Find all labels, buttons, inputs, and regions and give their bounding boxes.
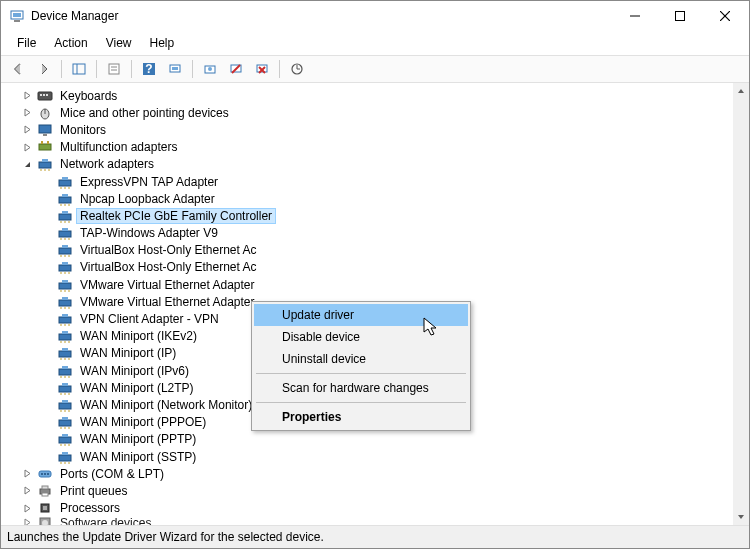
- tree-device[interactable]: VMware Virtual Ethernet Adapter: [1, 276, 733, 293]
- svg-rect-30: [43, 134, 47, 136]
- svg-rect-115: [62, 434, 68, 437]
- multifunc-icon: [37, 139, 53, 155]
- svg-rect-99: [59, 386, 71, 392]
- tree-device[interactable]: ExpressVPN TAP Adapter: [1, 173, 733, 190]
- tree-category-label: Print queues: [57, 484, 130, 498]
- tree-device[interactable]: Npcap Loopback Adapter: [1, 190, 733, 207]
- expand-toggle-icon[interactable]: [23, 143, 35, 152]
- svg-rect-54: [59, 231, 71, 237]
- expand-toggle-icon[interactable]: [23, 504, 35, 513]
- menu-view[interactable]: View: [98, 33, 140, 53]
- tree-device[interactable]: TAP-Windows Adapter V9: [1, 225, 733, 242]
- menubar[interactable]: File Action View Help: [1, 31, 749, 55]
- window-title: Device Manager: [31, 9, 118, 23]
- menu-action[interactable]: Action: [46, 33, 95, 53]
- ctx-scan-hardware[interactable]: Scan for hardware changes: [254, 377, 468, 399]
- tree-device-label: VMware Virtual Ethernet Adapter: [77, 295, 258, 309]
- svg-rect-119: [59, 455, 71, 461]
- tree-device-label: Realtek PCIe GbE Family Controller: [77, 209, 275, 223]
- expand-toggle-icon[interactable]: [23, 469, 35, 478]
- vertical-scrollbar[interactable]: [733, 83, 749, 525]
- tree-device-label: WAN Miniport (Network Monitor): [77, 398, 255, 412]
- tree-category[interactable]: Processors: [1, 500, 733, 517]
- tree-category[interactable]: Ports (COM & LPT): [1, 465, 733, 482]
- ctx-uninstall-device[interactable]: Uninstall device: [254, 348, 468, 370]
- ctx-update-driver[interactable]: Update driver: [254, 304, 468, 326]
- expand-toggle-icon[interactable]: [23, 486, 35, 495]
- close-button[interactable]: [702, 2, 747, 30]
- svg-rect-85: [62, 331, 68, 334]
- tree-device-label: VMware Virtual Ethernet Adapter: [77, 278, 258, 292]
- svg-rect-100: [62, 383, 68, 386]
- ctx-properties[interactable]: Properties: [254, 406, 468, 428]
- menu-help[interactable]: Help: [142, 33, 183, 53]
- expand-toggle-icon[interactable]: [23, 125, 35, 134]
- toolbar-update-button[interactable]: [199, 58, 221, 80]
- port-icon: [37, 466, 53, 482]
- software-icon: [37, 517, 53, 525]
- network-adapter-icon: [57, 208, 73, 224]
- tree-category[interactable]: Monitors: [1, 121, 733, 138]
- svg-rect-129: [42, 486, 48, 489]
- toolbar-uninstall-button[interactable]: [251, 58, 273, 80]
- svg-rect-25: [43, 94, 45, 96]
- svg-rect-29: [39, 125, 51, 133]
- tree-device[interactable]: WAN Miniport (SSTP): [1, 448, 733, 465]
- tree-category-label: Keyboards: [57, 89, 120, 103]
- cpu-icon: [37, 500, 53, 516]
- svg-rect-26: [46, 94, 48, 96]
- toolbar-forward-button[interactable]: [33, 58, 55, 80]
- network-adapter-icon: [57, 363, 73, 379]
- svg-rect-80: [62, 314, 68, 317]
- tree-category[interactable]: Multifunction adapters: [1, 139, 733, 156]
- maximize-button[interactable]: [657, 2, 702, 30]
- toolbar-show-hide-tree-button[interactable]: [68, 58, 90, 80]
- scroll-down-arrow[interactable]: [733, 509, 749, 525]
- tree-device-label: WAN Miniport (IPv6): [77, 364, 192, 378]
- expand-toggle-icon[interactable]: [23, 160, 35, 169]
- svg-rect-60: [62, 245, 68, 248]
- toolbar-help-button[interactable]: ?: [138, 58, 160, 80]
- expand-toggle-icon[interactable]: [23, 108, 35, 117]
- scroll-up-arrow[interactable]: [733, 83, 749, 99]
- toolbar-back-button[interactable]: [7, 58, 29, 80]
- context-menu[interactable]: Update driver Disable device Uninstall d…: [251, 301, 471, 431]
- network-adapter-icon: [57, 345, 73, 361]
- tree-category[interactable]: Network adapters: [1, 156, 733, 173]
- scroll-track[interactable]: [733, 99, 749, 509]
- ctx-disable-device[interactable]: Disable device: [254, 326, 468, 348]
- menu-file[interactable]: File: [9, 33, 44, 53]
- toolbar-disable-button[interactable]: [225, 58, 247, 80]
- titlebar[interactable]: Device Manager: [1, 1, 749, 31]
- svg-rect-105: [62, 400, 68, 403]
- tree-device-label: WAN Miniport (IKEv2): [77, 329, 200, 343]
- tree-category[interactable]: Keyboards: [1, 87, 733, 104]
- svg-rect-34: [39, 162, 51, 168]
- tree-device[interactable]: VirtualBox Host-Only Ethernet Ac: [1, 259, 733, 276]
- tree-device[interactable]: VirtualBox Host-Only Ethernet Ac: [1, 242, 733, 259]
- minimize-button[interactable]: [612, 2, 657, 30]
- expand-toggle-icon[interactable]: [23, 518, 35, 525]
- toolbar-separator: [192, 60, 193, 78]
- tree-device-label: WAN Miniport (SSTP): [77, 450, 199, 464]
- toolbar-scan-button[interactable]: [164, 58, 186, 80]
- toolbar-properties-button[interactable]: [103, 58, 125, 80]
- expand-toggle-icon[interactable]: [23, 91, 35, 100]
- tree-category-label: Mice and other pointing devices: [57, 106, 232, 120]
- tree-device[interactable]: Realtek PCIe GbE Family Controller: [1, 207, 733, 224]
- svg-rect-110: [62, 417, 68, 420]
- tree-category-label: Multifunction adapters: [57, 140, 180, 154]
- svg-rect-2: [14, 20, 20, 22]
- tree-category[interactable]: Mice and other pointing devices: [1, 104, 733, 121]
- mouse-icon: [37, 105, 53, 121]
- tree-device-label: ExpressVPN TAP Adapter: [77, 175, 221, 189]
- tree-category[interactable]: Print queues: [1, 482, 733, 499]
- svg-rect-44: [59, 197, 71, 203]
- tree-category[interactable]: Software devices: [1, 517, 733, 525]
- tree-device-label: Npcap Loopback Adapter: [77, 192, 218, 206]
- tree-device-label: WAN Miniport (L2TP): [77, 381, 197, 395]
- svg-rect-114: [59, 437, 71, 443]
- toolbar-refresh-button[interactable]: [286, 58, 308, 80]
- svg-point-17: [208, 67, 212, 71]
- tree-device[interactable]: WAN Miniport (PPTP): [1, 431, 733, 448]
